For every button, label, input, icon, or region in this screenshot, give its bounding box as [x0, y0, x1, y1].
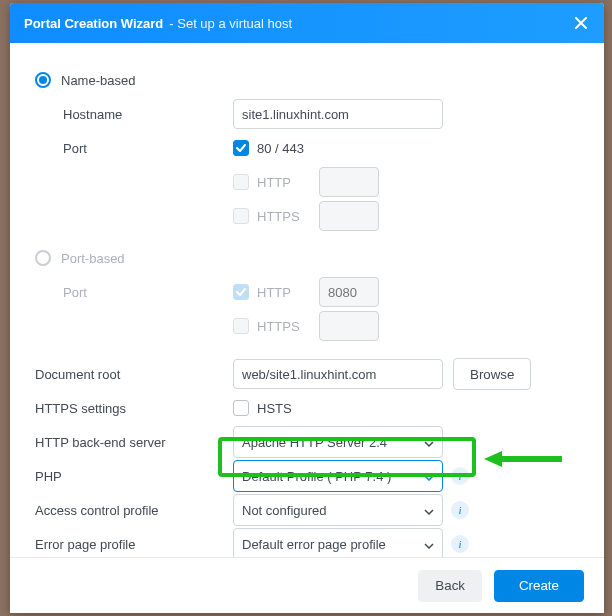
hostname-row: Hostname [35, 97, 579, 131]
https-settings-label: HTTPS settings [35, 401, 233, 416]
acl-label: Access control profile [35, 503, 233, 518]
radio-port-based-label: Port-based [61, 251, 125, 266]
port-http-row: HTTP [35, 165, 579, 199]
errpage-info-icon[interactable]: i [451, 535, 469, 553]
php-info-icon[interactable]: i [451, 467, 469, 485]
radio-name-based[interactable] [35, 72, 51, 88]
pb-http-checkbox [233, 284, 249, 300]
pb-https-port-input [319, 311, 379, 341]
titlebar: Portal Creation Wizard - Set up a virtua… [10, 3, 604, 43]
hostname-label: Hostname [63, 107, 233, 122]
doc-root-label: Document root [35, 367, 233, 382]
errpage-select[interactable]: Default error page profile [233, 528, 443, 557]
nb-http-label: HTTP [257, 175, 291, 190]
radio-port-based-row[interactable]: Port-based [35, 241, 579, 275]
hsts-label: HSTS [257, 401, 292, 416]
dialog-body: Name-based Hostname Port 80 / 443 HTTP [10, 43, 604, 557]
portal-creation-dialog: Portal Creation Wizard - Set up a virtua… [10, 3, 604, 613]
doc-root-input[interactable] [233, 359, 443, 389]
browse-button[interactable]: Browse [453, 358, 531, 390]
nb-https-checkbox[interactable] [233, 208, 249, 224]
pb-port-http-row: Port HTTP [35, 275, 579, 309]
backend-label: HTTP back-end server [35, 435, 233, 450]
nb-https-label: HTTPS [257, 209, 300, 224]
backend-select-value: Apache HTTP Server 2.4 [242, 435, 387, 450]
acl-info-icon[interactable]: i [451, 501, 469, 519]
backend-select[interactable]: Apache HTTP Server 2.4 [233, 426, 443, 458]
acl-row: Access control profile Not configured i [35, 493, 579, 527]
port-label: Port [63, 141, 233, 156]
php-label: PHP [35, 469, 233, 484]
nb-http-port-input [319, 167, 379, 197]
pb-https-label: HTTPS [257, 319, 300, 334]
dialog-title: Portal Creation Wizard [24, 16, 163, 31]
hostname-input[interactable] [233, 99, 443, 129]
dialog-subtitle: - Set up a virtual host [169, 16, 292, 31]
errpage-row: Error page profile Default error page pr… [35, 527, 579, 557]
chevron-down-icon [424, 435, 434, 450]
port-default-checkbox[interactable] [233, 140, 249, 156]
acl-select[interactable]: Not configured [233, 494, 443, 526]
pb-http-label: HTTP [257, 285, 291, 300]
pb-port-https-row: HTTPS [35, 309, 579, 343]
chevron-down-icon [424, 537, 434, 552]
port-default-row: Port 80 / 443 [35, 131, 579, 165]
create-button[interactable]: Create [494, 570, 584, 602]
port-https-row: HTTPS [35, 199, 579, 233]
chevron-down-icon [424, 469, 434, 484]
php-row: PHP Default Profile ( PHP 7.4 ) i [35, 459, 579, 493]
php-select[interactable]: Default Profile ( PHP 7.4 ) [233, 460, 443, 492]
radio-name-based-row[interactable]: Name-based [35, 63, 579, 97]
errpage-label: Error page profile [35, 537, 233, 552]
pb-https-checkbox [233, 318, 249, 334]
nb-https-port-input [319, 201, 379, 231]
errpage-select-value: Default error page profile [242, 537, 386, 552]
backend-row: HTTP back-end server Apache HTTP Server … [35, 425, 579, 459]
close-icon[interactable] [572, 14, 590, 32]
https-settings-row: HTTPS settings HSTS [35, 391, 579, 425]
radio-port-based[interactable] [35, 250, 51, 266]
dialog-footer: Back Create [10, 557, 604, 613]
pb-port-label: Port [63, 285, 233, 300]
radio-name-based-label: Name-based [61, 73, 135, 88]
pb-http-port-input [319, 277, 379, 307]
chevron-down-icon [424, 503, 434, 518]
port-default-label: 80 / 443 [257, 141, 304, 156]
doc-root-row: Document root Browse [35, 357, 579, 391]
php-select-value: Default Profile ( PHP 7.4 ) [242, 469, 391, 484]
acl-select-value: Not configured [242, 503, 327, 518]
back-button[interactable]: Back [418, 570, 482, 602]
nb-http-checkbox[interactable] [233, 174, 249, 190]
hsts-checkbox[interactable] [233, 400, 249, 416]
